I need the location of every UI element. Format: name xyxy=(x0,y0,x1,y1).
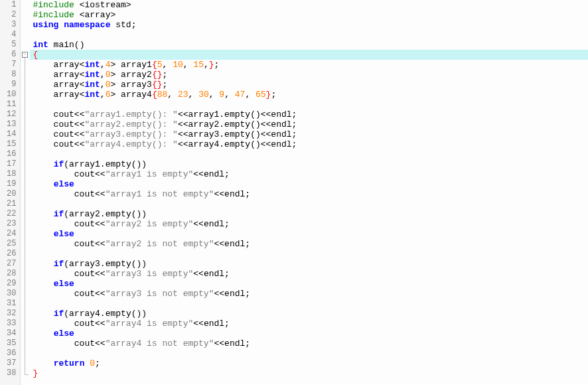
code-line[interactable]: if(array1.empty()) xyxy=(30,159,588,169)
code-line[interactable]: int main() xyxy=(30,40,588,50)
code-token: empty xyxy=(106,209,131,219)
code-token: ( xyxy=(64,209,69,219)
line-number: 34 xyxy=(0,329,20,339)
code-token: "array4.empty(): " xyxy=(84,139,177,149)
fold-end-icon xyxy=(25,371,29,375)
code-line[interactable]: #include <array> xyxy=(30,10,588,20)
code-line[interactable]: else xyxy=(30,229,588,239)
code-token: . xyxy=(100,309,106,319)
code-line[interactable]: cout<<"array1.empty(): "<<array1.empty()… xyxy=(30,110,588,119)
code-token: { xyxy=(152,90,157,100)
code-line[interactable]: else xyxy=(30,279,588,289)
line-number: 36 xyxy=(0,348,20,358)
code-token: , xyxy=(167,90,178,100)
code-line[interactable]: if(array4.empty()) xyxy=(30,309,588,319)
code-token: , xyxy=(163,60,173,70)
code-token: std xyxy=(110,20,131,30)
code-token: if xyxy=(54,259,64,269)
code-line[interactable]: cout<<"array2 is empty"<<endl; xyxy=(30,219,588,229)
line-number: 33 xyxy=(0,319,20,329)
code-line[interactable]: { xyxy=(30,50,588,60)
code-line[interactable]: cout<<"array4 is not empty"<<endl; xyxy=(30,339,588,348)
code-token: array1 xyxy=(188,110,219,119)
code-line[interactable] xyxy=(30,299,588,309)
code-token: cout xyxy=(33,269,95,279)
code-line[interactable]: array<int,0> array2{}; xyxy=(30,70,588,80)
code-token: {} xyxy=(152,70,163,80)
code-line[interactable]: cout<<"array3 is empty"<<endl; xyxy=(30,269,588,279)
code-token: endl xyxy=(271,129,291,139)
code-line[interactable]: cout<<"array3.empty(): "<<array3.empty()… xyxy=(30,129,588,139)
code-line[interactable]: if(array3.empty()) xyxy=(30,259,588,269)
code-token: ; xyxy=(245,189,250,199)
code-token: array3 xyxy=(115,80,152,90)
code-token: array xyxy=(33,70,79,80)
code-token: 65 xyxy=(256,90,266,100)
code-token: << xyxy=(95,319,106,329)
code-token: if xyxy=(54,209,64,219)
code-line[interactable]: using namespace std; xyxy=(30,20,588,30)
line-number: 13 xyxy=(0,119,20,129)
line-number: 21 xyxy=(0,199,20,209)
code-token: . xyxy=(100,209,106,219)
line-number: 2 xyxy=(0,10,20,20)
code-line[interactable] xyxy=(30,199,588,209)
code-line[interactable] xyxy=(30,149,588,159)
code-line[interactable]: cout<<"array1 is not empty"<<endl; xyxy=(30,189,588,199)
code-token: "array3 is empty" xyxy=(106,269,194,279)
code-line[interactable]: cout<<"array1 is empty"<<endl; xyxy=(30,169,588,179)
code-token: () xyxy=(131,259,142,269)
code-token: array2 xyxy=(69,209,100,219)
code-line[interactable]: else xyxy=(30,329,588,339)
fold-guide-line xyxy=(25,58,25,371)
line-number: 25 xyxy=(0,239,20,249)
code-line[interactable]: else xyxy=(30,179,588,189)
code-line[interactable]: cout<<"array2 is not empty"<<endl; xyxy=(30,239,588,249)
code-line[interactable]: cout<<"array4 is empty"<<endl; xyxy=(30,319,588,329)
code-token: () xyxy=(131,309,142,319)
code-token: , xyxy=(224,90,235,100)
code-token: << xyxy=(74,139,85,149)
code-token: . xyxy=(219,139,224,149)
code-token: ) xyxy=(141,159,147,169)
code-line[interactable]: cout<<"array3 is not empty"<<endl; xyxy=(30,289,588,299)
code-token: ) xyxy=(141,209,147,219)
code-line[interactable]: array<int,0> array3{}; xyxy=(30,80,588,90)
code-token: () xyxy=(131,209,142,219)
line-number: 30 xyxy=(0,289,20,299)
code-token: endl xyxy=(224,189,245,199)
code-token: cout xyxy=(33,169,95,179)
fold-column[interactable]: - xyxy=(21,0,30,385)
code-line[interactable] xyxy=(30,30,588,40)
code-token: #include xyxy=(33,10,79,20)
fold-toggle-icon[interactable]: - xyxy=(22,52,28,58)
code-line[interactable]: array<int,6> array4{88, 23, 30, 9, 47, 6… xyxy=(30,90,588,100)
code-line[interactable] xyxy=(30,100,588,110)
code-token: endl xyxy=(224,289,245,299)
code-token: array3 xyxy=(188,129,219,139)
code-token: << xyxy=(95,239,106,249)
code-token: 23 xyxy=(178,90,188,100)
code-line[interactable] xyxy=(30,249,588,259)
code-token: "array1 is empty" xyxy=(106,169,194,179)
code-token: "array3 is not empty" xyxy=(106,289,214,299)
code-line[interactable] xyxy=(30,348,588,358)
code-line[interactable]: cout<<"array4.empty(): "<<array4.empty()… xyxy=(30,139,588,149)
line-number: 1 xyxy=(0,0,20,10)
code-token: array xyxy=(33,80,79,90)
line-number: 17 xyxy=(0,159,20,169)
code-line[interactable]: #include <iostream> xyxy=(30,0,588,10)
code-line[interactable]: cout<<"array2.empty(): "<<array2.empty()… xyxy=(30,119,588,129)
code-editor[interactable]: 1234567891011121314151617181920212223242… xyxy=(0,0,588,385)
code-token: << xyxy=(178,119,188,129)
code-token: "array4 is empty" xyxy=(106,319,194,329)
code-area[interactable]: #include <iostream>#include <array>using… xyxy=(30,0,588,385)
code-token: endl xyxy=(271,139,291,149)
code-line[interactable]: } xyxy=(30,368,588,378)
code-token: ; xyxy=(245,239,250,249)
line-number: 8 xyxy=(0,70,20,80)
code-line[interactable]: if(array2.empty()) xyxy=(30,209,588,219)
code-line[interactable]: return 0; xyxy=(30,358,588,368)
code-token: . xyxy=(100,159,106,169)
code-line[interactable]: array<int,4> array1{5, 10, 15,}; xyxy=(30,60,588,70)
